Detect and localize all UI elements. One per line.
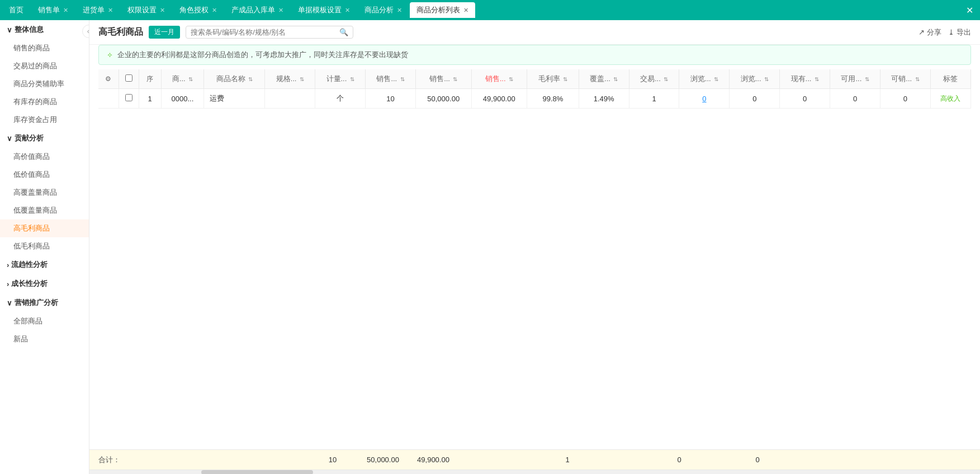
cell-sales-qty: 10 xyxy=(366,89,416,109)
sidebar-group-marketing-analysis-items: 全部商品 新品 xyxy=(0,312,89,348)
sidebar-item-traded-goods[interactable]: 交易过的商品 xyxy=(0,57,89,75)
col-saleable[interactable]: 可销... ⇅ xyxy=(880,69,931,89)
table-body: 1 0000... 运费 个 10 50,000.00 49,900.00 99… xyxy=(98,89,971,109)
tab-close-product-analysis[interactable]: ✕ xyxy=(397,7,402,14)
sidebar-group-marketing-analysis[interactable]: ∨ 营销推广分析 xyxy=(0,293,89,312)
col-sales-profit[interactable]: 销售... ⇅ xyxy=(471,69,527,89)
scrollbar-thumb[interactable] xyxy=(201,470,313,474)
col-available[interactable]: 可用... ⇅ xyxy=(830,69,880,89)
sidebar-group-growth-analysis[interactable]: › 成长性分析 xyxy=(0,274,89,293)
sort-icon-code: ⇅ xyxy=(188,76,193,82)
page-title: 高毛利商品 xyxy=(98,26,143,38)
tab-close-product-analysis-list[interactable]: ✕ xyxy=(463,7,468,14)
col-no: 序 xyxy=(139,69,161,89)
cell-tag: 高收入 xyxy=(930,89,970,109)
horizontal-scrollbar[interactable] xyxy=(89,470,980,474)
tab-close-sales-order[interactable]: ✕ xyxy=(63,7,68,14)
sidebar-item-low-value-goods[interactable]: 低价值商品 xyxy=(0,166,89,184)
chevron-right-icon: › xyxy=(7,261,9,269)
header-actions: ↗ 分享 ⤓ 导出 xyxy=(919,27,971,37)
col-coverage[interactable]: 覆盖... ⇅ xyxy=(579,69,629,89)
sidebar-group-overall-info[interactable]: ∨ 整体信息 xyxy=(0,20,89,39)
col-settings[interactable]: ⚙ xyxy=(98,69,119,89)
period-button[interactable]: 近一月 xyxy=(149,26,180,39)
tab-close-permission-settings[interactable]: ✕ xyxy=(160,7,165,14)
footer-label: 合计： xyxy=(98,455,131,465)
content-header: 高毛利商品 近一月 🔍 ↗ 分享 ⤓ 导出 xyxy=(89,20,980,45)
sidebar-group-financial-analysis-items: 高价值商品 低价值商品 高覆盖量商品 低覆盖量商品 高毛利商品 低毛利商品 xyxy=(0,148,89,255)
sidebar-group-financial-analysis[interactable]: ∨ 贡献分析 xyxy=(0,129,89,148)
col-sales-amount[interactable]: 销售... ⇅ xyxy=(415,69,471,89)
cell-views1[interactable]: 0 xyxy=(679,89,730,109)
sidebar-item-goods-classification-assist[interactable]: 商品分类辅助率 xyxy=(0,75,89,93)
sort-icon-sales-qty: ⇅ xyxy=(400,76,405,82)
sidebar-item-high-freq-goods[interactable]: 高覆盖量商品 xyxy=(0,184,89,201)
chevron-right-icon-2: › xyxy=(7,280,9,288)
sidebar-group-overall-info-items: 销售的商品 交易过的商品 商品分类辅助率 有库存的商品 库存资金占用 xyxy=(0,39,89,129)
col-transactions[interactable]: 交易... ⇅ xyxy=(629,69,679,89)
cell-checkbox xyxy=(119,89,139,109)
sort-icon-saleable: ⇅ xyxy=(915,76,920,82)
sidebar-item-high-value-goods[interactable]: 高价值商品 xyxy=(0,148,89,166)
share-button[interactable]: ↗ 分享 xyxy=(919,27,941,37)
tab-role-permissions[interactable]: 角色授权 ✕ xyxy=(173,2,224,18)
search-icon[interactable]: 🔍 xyxy=(339,28,348,36)
cell-name[interactable]: 运费 xyxy=(204,89,265,109)
tab-close-order-template[interactable]: ✕ xyxy=(345,7,350,14)
col-unit[interactable]: 计量... ⇅ xyxy=(315,69,366,89)
cell-sales-amount: 50,000.00 xyxy=(415,89,471,109)
col-sales-qty[interactable]: 销售... ⇅ xyxy=(366,69,416,89)
col-current-stock[interactable]: 现有... ⇅ xyxy=(780,69,830,89)
tab-product-analysis[interactable]: 商品分析 ✕ xyxy=(358,2,409,18)
tab-bar: 首页 销售单 ✕ 进货单 ✕ 权限设置 ✕ 角色授权 ✕ 产成品入库单 ✕ 单据… xyxy=(0,0,980,20)
footer-current-stock: 0 xyxy=(657,456,702,464)
tab-close-product-inbound[interactable]: ✕ xyxy=(278,7,283,14)
tab-order-template[interactable]: 单据模板设置 ✕ xyxy=(291,2,357,18)
export-button[interactable]: ⤓ 导出 xyxy=(948,27,971,37)
sort-icon-views1: ⇅ xyxy=(714,76,718,82)
search-box: 🔍 xyxy=(186,26,353,39)
row-checkbox[interactable] xyxy=(125,94,132,101)
tab-purchase-order[interactable]: 进货单 ✕ xyxy=(76,2,120,18)
col-code[interactable]: 商... ⇅ xyxy=(161,69,204,89)
tab-home[interactable]: 首页 xyxy=(2,2,30,18)
footer-sales-profit: 49,900.00 xyxy=(411,456,456,464)
table-footer: 合计： 10 50,000.00 49,900.00 1 0 0 xyxy=(89,449,980,470)
sidebar-item-new-goods[interactable]: 新品 xyxy=(0,330,89,348)
sidebar-item-low-margin-goods[interactable]: 低毛利商品 xyxy=(0,237,89,255)
tab-product-inbound[interactable]: 产成品入库单 ✕ xyxy=(225,2,290,18)
sort-icon-name: ⇅ xyxy=(248,76,253,82)
tab-product-analysis-list[interactable]: 商品分析列表 ✕ xyxy=(410,2,475,18)
cell-unit: 个 xyxy=(315,89,366,109)
col-spec[interactable]: 规格... ⇅ xyxy=(265,69,315,89)
col-tag[interactable]: 标签 xyxy=(930,69,970,89)
tab-close-role-permissions[interactable]: ✕ xyxy=(212,7,217,14)
sort-icon-spec: ⇅ xyxy=(300,76,304,82)
sort-icon-unit: ⇅ xyxy=(350,76,354,82)
sidebar-item-goods-in-stock[interactable]: 有库存的商品 xyxy=(0,93,89,111)
sidebar-item-low-freq-goods[interactable]: 低覆盖量商品 xyxy=(0,201,89,219)
tab-close-purchase-order[interactable]: ✕ xyxy=(108,7,113,14)
col-views1[interactable]: 浏览... ⇅ xyxy=(679,69,730,89)
tab-sales-order[interactable]: 销售单 ✕ xyxy=(31,2,75,18)
sidebar-group-trend-analysis[interactable]: › 流趋性分析 xyxy=(0,255,89,274)
sidebar-item-sales-goods[interactable]: 销售的商品 xyxy=(0,39,89,57)
col-name[interactable]: 商品名称 ⇅ xyxy=(204,69,265,89)
cell-saleable: 0 xyxy=(880,89,931,109)
select-all-checkbox[interactable] xyxy=(125,74,132,82)
data-table: ⚙ 序 商... ⇅ 商品名称 ⇅ xyxy=(98,69,971,109)
sort-icon-sales-amount: ⇅ xyxy=(453,76,457,82)
sidebar-item-all-goods[interactable]: 全部商品 xyxy=(0,312,89,330)
cell-margin-rate: 99.8% xyxy=(527,89,579,109)
sidebar-item-inventory-capital-ratio[interactable]: 库存资金占用 xyxy=(0,111,89,129)
col-views2[interactable]: 浏览... ⇅ xyxy=(730,69,780,89)
footer-available: 0 xyxy=(735,456,780,464)
tab-permission-settings[interactable]: 权限设置 ✕ xyxy=(121,2,172,18)
info-icon: ✧ xyxy=(107,51,113,59)
search-input[interactable] xyxy=(191,28,336,36)
footer-sales-amount: 50,000.00 xyxy=(361,456,405,464)
app-close-button[interactable]: ✕ xyxy=(962,5,978,16)
col-margin-rate[interactable]: 毛利率 ⇅ xyxy=(527,69,579,89)
sort-icon-sales-profit: ⇅ xyxy=(509,76,513,82)
sidebar-item-high-margin-goods[interactable]: 高毛利商品 xyxy=(0,219,89,237)
